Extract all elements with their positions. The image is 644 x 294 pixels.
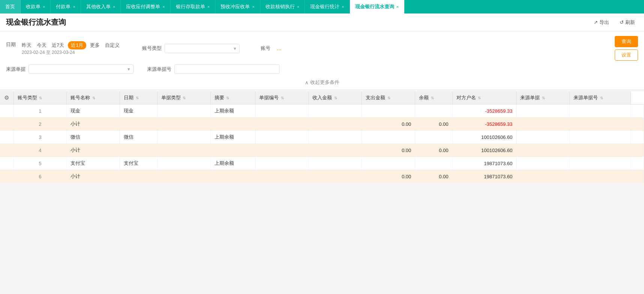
page-header: 现金银行流水查询 ↗ 导出 ↺ 刷新 — [0, 13, 644, 31]
col-date[interactable]: 日期 ⇅ — [120, 91, 157, 104]
nav-item-银行存取款单[interactable]: 银行存取款单× — [171, 0, 215, 13]
cell-doc-no — [309, 104, 362, 118]
col-doc-type[interactable]: 单据类型 ⇅ — [157, 91, 210, 104]
collapse-up-icon: ∧ — [305, 80, 309, 85]
account-type-select[interactable]: ▾ — [165, 44, 240, 53]
sort-icon-summary: ⇅ — [226, 96, 229, 100]
source-doc-no-group: 来源单据号 — [147, 64, 279, 74]
cell-doc-type — [210, 118, 255, 131]
sort-icon-doc-no: ⇅ — [281, 96, 284, 100]
close-icon[interactable]: × — [113, 4, 115, 9]
cell-account-type: 小计 — [67, 118, 120, 131]
table-settings-icon[interactable]: ⚙ — [4, 94, 9, 101]
settings-button[interactable]: 设置 — [615, 49, 638, 61]
nav-item-应收应付调整单[interactable]: 应收应付调整单× — [121, 0, 170, 13]
close-icon[interactable]: × — [396, 4, 399, 9]
cell-expense: 0.00 — [415, 144, 452, 157]
account-ellipsis[interactable]: ... — [275, 45, 283, 52]
cell-income — [362, 131, 415, 144]
col-doc-no[interactable]: 单据编号 ⇅ — [255, 91, 309, 104]
export-button[interactable]: ↗ 导出 — [591, 18, 612, 27]
nav-item-其他收入单[interactable]: 其他收入单× — [81, 0, 121, 13]
col-expense[interactable]: 支出金额 ⇅ — [362, 91, 415, 104]
shortcut-custom[interactable]: 自定义 — [104, 41, 121, 49]
cell-income: 0.00 — [362, 144, 415, 157]
sort-icon-account-type: ⇅ — [39, 96, 42, 100]
query-button[interactable]: 查询 — [615, 36, 638, 47]
cell-account-name: 现金 — [120, 104, 157, 118]
source-doc-group: 来源单据 ▾ — [6, 64, 134, 74]
cell-account-type: 现金 — [67, 104, 120, 118]
cell-summary — [255, 118, 309, 131]
cell-income — [362, 104, 415, 118]
sort-icon-date: ⇅ — [136, 96, 139, 100]
nav-item-收款单[interactable]: 收款单× — [21, 0, 51, 13]
cell-account-name — [120, 144, 157, 157]
table-row: 3微信微信上期余额100102606.60 — [0, 131, 644, 144]
account-type-group: 账号类型 ▾ — [142, 44, 240, 53]
shortcut-1month[interactable]: 近1月 — [68, 41, 86, 49]
table-row: 2小计0.000.00-3528659.33 — [0, 118, 644, 131]
sort-icon-balance: ⇅ — [431, 96, 434, 100]
nav-item-现金银行流水查询[interactable]: 现金银行流水查询× — [350, 0, 404, 13]
cell-income — [362, 157, 415, 170]
collapse-label: 收起更多条件 — [310, 79, 339, 86]
col-account-name[interactable]: 账号名称 ⇅ — [67, 91, 120, 104]
cell-settings — [0, 104, 14, 118]
col-settings: ⚙ — [0, 91, 14, 104]
cell-balance: 19871073.60 — [452, 157, 516, 170]
cell-doc-type: 上期余额 — [210, 131, 255, 144]
col-income[interactable]: 收入金额 ⇅ — [309, 91, 362, 104]
col-balance[interactable]: 余额 ⇅ — [415, 91, 452, 104]
refresh-label: 刷新 — [625, 19, 635, 26]
close-icon[interactable]: × — [43, 4, 45, 9]
filter-action-buttons: 查询 设置 — [615, 36, 638, 61]
col-summary[interactable]: 摘要 ⇅ — [210, 91, 255, 104]
account-group: 账号 ... — [261, 45, 283, 52]
account-type-label: 账号类型 — [142, 45, 162, 52]
close-icon[interactable]: × — [162, 4, 165, 9]
cell-date — [157, 104, 210, 118]
cell-account-name — [120, 170, 157, 183]
header-actions: ↗ 导出 ↺ 刷新 — [591, 18, 638, 27]
close-icon[interactable]: × — [207, 4, 210, 9]
nav-item-首页[interactable]: 首页 — [0, 0, 21, 13]
refresh-icon: ↺ — [620, 19, 624, 25]
cell-settings — [0, 144, 14, 157]
nav-item-付款单[interactable]: 付款单× — [51, 0, 81, 13]
sort-icon-income: ⇅ — [334, 96, 337, 100]
date-filter-group: 日期 昨天 今天 近7天 近1月 更多 自定义 2023-02-24 至 202… — [6, 41, 121, 56]
shortcut-yesterday[interactable]: 昨天 — [20, 41, 33, 49]
nav-item-现金银行统计[interactable]: 现金银行统计× — [305, 0, 350, 13]
cell-source-doc-no — [631, 131, 644, 144]
col-account-type[interactable]: 账号类型 ⇅ — [14, 91, 67, 104]
shortcut-more[interactable]: 更多 — [89, 41, 101, 49]
data-table-container: ⚙ 账号类型 ⇅ 账号名称 ⇅ 日期 ⇅ 单据类型 ⇅ 摘要 ⇅ 单据编号 ⇅ … — [0, 91, 644, 183]
close-icon[interactable]: × — [342, 4, 344, 9]
refresh-button[interactable]: ↺ 刷新 — [617, 18, 638, 27]
nav-item-收款核销执行[interactable]: 收款核销执行× — [260, 0, 305, 13]
cell-row-num: 5 — [14, 157, 67, 170]
close-icon[interactable]: × — [252, 4, 254, 9]
source-doc-select[interactable]: ▾ — [29, 64, 134, 74]
col-source-doc-no[interactable]: 来源单据号 ⇅ — [570, 91, 631, 104]
cell-date — [157, 170, 210, 183]
source-doc-no-input[interactable] — [174, 64, 279, 74]
shortcut-today[interactable]: 今天 — [35, 41, 48, 49]
cell-doc-type: 上期余额 — [210, 104, 255, 118]
close-icon[interactable]: × — [73, 4, 75, 9]
cell-account-type: 小计 — [67, 170, 120, 183]
cell-account-type: 支付宝 — [67, 157, 120, 170]
cell-summary — [255, 104, 309, 118]
cell-source-doc-no — [631, 144, 644, 157]
data-table: ⚙ 账号类型 ⇅ 账号名称 ⇅ 日期 ⇅ 单据类型 ⇅ 摘要 ⇅ 单据编号 ⇅ … — [0, 91, 644, 183]
date-shortcuts: 昨天 今天 近7天 近1月 更多 自定义 — [20, 41, 121, 49]
close-icon[interactable]: × — [297, 4, 299, 9]
cell-date — [157, 144, 210, 157]
collapse-bar[interactable]: ∧ 收起更多条件 — [6, 78, 638, 87]
sort-icon-source-doc-no: ⇅ — [600, 96, 603, 100]
col-counterpart[interactable]: 对方户名 ⇅ — [452, 91, 516, 104]
shortcut-7days[interactable]: 近7天 — [50, 41, 66, 49]
col-source-doc[interactable]: 来源单据 ⇅ — [516, 91, 570, 104]
nav-item-预收冲应收单[interactable]: 预收冲应收单× — [215, 0, 260, 13]
